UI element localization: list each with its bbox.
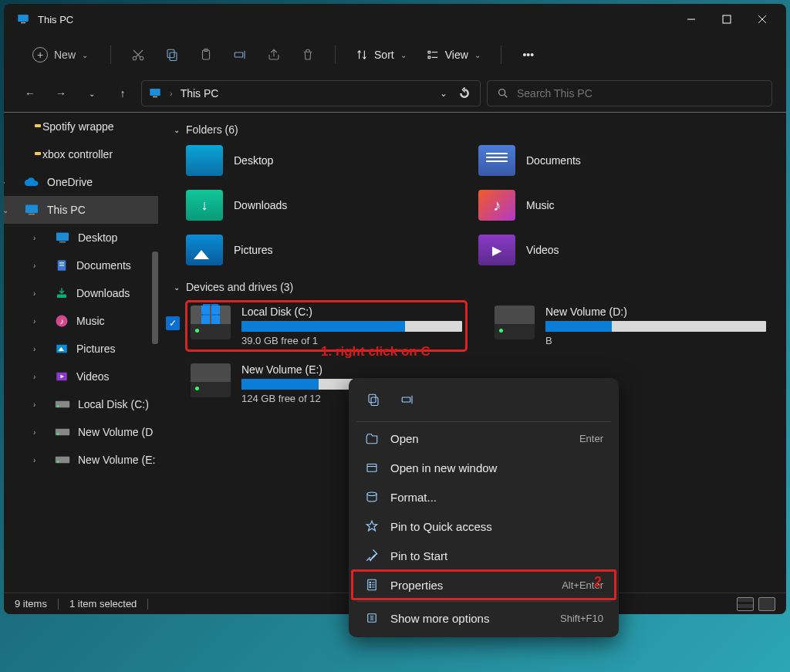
storage-bar <box>241 321 462 332</box>
svg-rect-3 <box>723 15 731 23</box>
expand-icon[interactable]: › <box>33 262 42 270</box>
context-menu-item[interactable]: Open in new window <box>352 453 616 482</box>
expand-icon[interactable]: › <box>33 234 42 242</box>
this-pc-icon <box>16 12 30 26</box>
sidebar-item[interactable]: ›Pictures <box>4 335 158 363</box>
sidebar-item[interactable]: ⌄This PC <box>4 196 158 224</box>
refresh-button[interactable] <box>455 87 474 100</box>
context-menu-item[interactable]: Show more optionsShift+F10 <box>352 603 616 633</box>
sidebar-item[interactable]: Spotify wrappe <box>4 113 158 140</box>
context-menu-item[interactable]: PropertiesAlt+Enter <box>352 570 616 599</box>
svg-text:♪: ♪ <box>59 316 63 326</box>
drives-header[interactable]: ⌄ Devices and drives (3) <box>158 278 786 296</box>
cut-button[interactable] <box>123 41 153 69</box>
sidebar-item[interactable]: ›New Volume (D <box>4 418 158 446</box>
drive-item[interactable]: New Volume (D:)B <box>490 301 771 351</box>
sidebar-item[interactable]: ›Desktop <box>4 224 158 252</box>
svg-point-33 <box>57 405 59 407</box>
paste-button[interactable] <box>191 41 221 69</box>
rename-button[interactable] <box>393 387 421 412</box>
forward-button[interactable]: → <box>49 81 73 106</box>
folder-item[interactable]: Desktop <box>186 145 478 176</box>
expand-icon[interactable]: › <box>33 428 42 437</box>
sidebar-item-label: OneDrive <box>47 176 93 188</box>
item-icon <box>55 286 69 300</box>
context-menu-item[interactable]: Pin to Quick access <box>352 512 616 541</box>
sidebar-item[interactable]: ›♪Music <box>4 307 158 335</box>
item-icon <box>55 231 70 244</box>
details-view-button[interactable] <box>737 597 754 611</box>
delete-button[interactable] <box>293 41 322 69</box>
svg-rect-21 <box>59 241 66 243</box>
menu-item-label: Open in new window <box>390 461 497 474</box>
item-icon <box>24 204 39 216</box>
back-button[interactable]: ← <box>18 81 42 106</box>
chevron-down-icon: ⌄ <box>174 283 180 292</box>
sidebar-item[interactable]: ›New Volume (E: <box>4 446 158 474</box>
expand-icon[interactable]: › <box>33 400 42 409</box>
sidebar-item[interactable]: xbox controller <box>4 140 158 168</box>
expand-icon[interactable]: › <box>4 178 12 187</box>
shortcut-hint: Enter <box>579 433 603 444</box>
scrollbar-thumb[interactable] <box>152 252 158 344</box>
folder-item[interactable]: Music <box>478 190 771 221</box>
folders-header[interactable]: ⌄ Folders (6) <box>158 120 786 139</box>
rename-button[interactable] <box>225 41 255 69</box>
expand-icon[interactable]: ⌄ <box>4 206 12 214</box>
copy-button[interactable] <box>157 41 187 69</box>
sidebar-item[interactable]: ›Local Disk (C:) <box>4 390 158 418</box>
context-menu-item[interactable]: Format... <box>352 482 616 512</box>
window-icon <box>364 461 380 474</box>
folder-item[interactable]: Documents <box>478 145 771 176</box>
new-button[interactable]: + New ⌄ <box>22 42 98 68</box>
chevron-down-icon[interactable]: ⌄ <box>440 88 447 99</box>
search-box[interactable] <box>487 80 772 106</box>
search-icon <box>497 87 509 100</box>
folder-item[interactable]: Videos <box>478 235 771 265</box>
svg-rect-13 <box>428 51 430 53</box>
expand-icon[interactable]: › <box>33 373 42 381</box>
sort-button[interactable]: Sort ⌄ <box>348 44 414 66</box>
expand-icon[interactable]: › <box>33 345 42 353</box>
sidebar-item-label: New Volume (E: <box>78 454 155 466</box>
copy-button[interactable] <box>360 387 387 412</box>
view-button[interactable]: View ⌄ <box>419 44 488 66</box>
sidebar-item[interactable]: ›Videos <box>4 363 158 390</box>
svg-rect-18 <box>25 205 38 213</box>
svg-rect-38 <box>371 397 378 406</box>
address-bar[interactable]: › This PC ⌄ <box>141 80 481 106</box>
sidebar-item[interactable]: ›Downloads <box>4 279 158 307</box>
search-input[interactable] <box>517 87 762 100</box>
sidebar-item[interactable]: ›OneDrive <box>4 168 158 196</box>
svg-point-17 <box>499 89 505 96</box>
item-icon <box>55 370 69 383</box>
sidebar-item-label: Documents <box>76 259 131 272</box>
sidebar-item[interactable]: ›Documents <box>4 252 158 279</box>
expand-icon[interactable]: › <box>33 456 42 464</box>
pin-icon <box>364 549 380 562</box>
more-button[interactable]: ••• <box>514 41 543 69</box>
minimize-button[interactable] <box>674 7 709 32</box>
context-menu-item[interactable]: OpenEnter <box>352 424 616 453</box>
folder-icon <box>186 235 223 265</box>
recent-button[interactable]: ⌄ <box>79 81 104 106</box>
context-menu-item[interactable]: Pin to Start <box>352 541 616 570</box>
svg-rect-9 <box>167 49 174 58</box>
titlebar[interactable]: This PC <box>4 4 786 35</box>
up-button[interactable]: ↑ <box>110 81 135 106</box>
svg-rect-14 <box>428 56 430 59</box>
maximize-button[interactable] <box>709 7 744 32</box>
close-button[interactable] <box>744 7 780 32</box>
folder-item[interactable]: Pictures <box>186 235 478 265</box>
breadcrumb[interactable]: This PC <box>181 87 219 100</box>
folder-label: Videos <box>526 244 559 256</box>
share-button[interactable] <box>259 41 289 69</box>
expand-icon[interactable]: › <box>33 289 42 298</box>
expand-icon[interactable]: › <box>33 317 42 326</box>
svg-rect-41 <box>367 464 376 472</box>
folder-item[interactable]: Downloads <box>186 190 478 221</box>
drive-icon <box>191 363 231 397</box>
item-icon <box>55 427 70 437</box>
svg-rect-39 <box>369 394 376 403</box>
icons-view-button[interactable] <box>758 597 775 611</box>
